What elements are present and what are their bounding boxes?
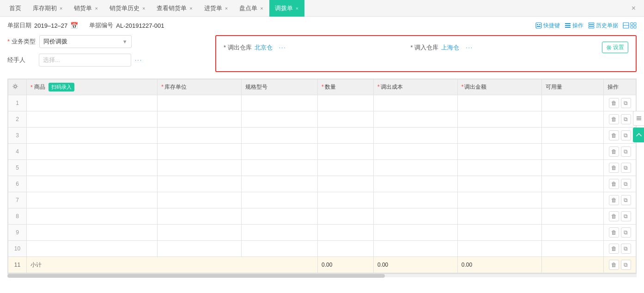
cell-cost-1[interactable]: [373, 95, 457, 111]
row-delete-button-9[interactable]: 🗑: [609, 227, 619, 238]
cell-unit-2[interactable]: [158, 111, 242, 128]
th-gear[interactable]: [8, 79, 27, 95]
cell-unit-3[interactable]: [158, 128, 242, 144]
cell-available-8[interactable]: [541, 208, 603, 225]
cell-product-10[interactable]: [27, 241, 158, 257]
cell-amount-10[interactable]: [457, 241, 541, 257]
row-copy-button-2[interactable]: ⧉: [621, 114, 631, 124]
cell-unit-4[interactable]: [158, 144, 242, 160]
warehouse-in-more-button[interactable]: ···: [466, 44, 473, 51]
cell-cost-3[interactable]: [373, 128, 457, 144]
cell-amount-1[interactable]: [457, 95, 541, 111]
row-delete-button-7[interactable]: 🗑: [609, 195, 619, 205]
tab-close-purchase[interactable]: ×: [225, 6, 228, 11]
cell-spec-8[interactable]: [242, 208, 318, 225]
cell-available-1[interactable]: [541, 95, 603, 111]
cell-product-8[interactable]: [27, 208, 158, 225]
business-type-select[interactable]: 同价调拨 ▼: [39, 35, 132, 48]
cell-spec-10[interactable]: [242, 241, 318, 257]
cell-product-7[interactable]: [27, 192, 158, 208]
tab-purchase[interactable]: 进货单 ×: [199, 0, 234, 17]
tab-inventory-init[interactable]: 库存期初 ×: [27, 0, 68, 17]
row-delete-button-3[interactable]: 🗑: [609, 130, 619, 140]
cell-cost-5[interactable]: [373, 160, 457, 176]
close-all-tabs-button[interactable]: ×: [627, 4, 640, 12]
cell-available-4[interactable]: [541, 144, 603, 160]
row-delete-button-10[interactable]: 🗑: [609, 244, 619, 254]
history-button[interactable]: 历史单据: [588, 22, 618, 30]
tab-home[interactable]: 首页: [4, 0, 27, 17]
calendar-icon[interactable]: 📅: [70, 22, 78, 29]
cell-unit-6[interactable]: [158, 176, 242, 192]
cell-available-9[interactable]: [541, 225, 603, 241]
row-copy-button-1[interactable]: ⧉: [621, 98, 631, 108]
cell-cost-9[interactable]: [373, 225, 457, 241]
cell-unit-1[interactable]: [158, 95, 242, 111]
handler-more-button[interactable]: ···: [135, 57, 142, 63]
side-expand-button[interactable]: [633, 128, 644, 142]
cell-qty-2[interactable]: [317, 111, 373, 128]
cell-qty-3[interactable]: [317, 128, 373, 144]
row-copy-button-7[interactable]: ⧉: [621, 195, 631, 205]
tab-close-sales-history[interactable]: ×: [142, 6, 145, 11]
cell-amount-9[interactable]: [457, 225, 541, 241]
cell-cost-4[interactable]: [373, 144, 457, 160]
cell-qty-5[interactable]: [317, 160, 373, 176]
cell-amount-3[interactable]: [457, 128, 541, 144]
cell-qty-4[interactable]: [317, 144, 373, 160]
warehouse-settings-button[interactable]: 设置: [602, 42, 628, 53]
shortcut-button[interactable]: 快捷键: [535, 22, 560, 30]
cell-available-7[interactable]: [541, 192, 603, 208]
tab-close-transfer[interactable]: ×: [296, 6, 298, 11]
cell-amount-8[interactable]: [457, 208, 541, 225]
cell-product-9[interactable]: [27, 225, 158, 241]
tab-sales-order[interactable]: 销货单 ×: [68, 0, 103, 17]
row-delete-button-8[interactable]: 🗑: [609, 211, 619, 221]
row-copy-button-6[interactable]: ⧉: [621, 179, 631, 189]
tab-transfer[interactable]: 调拨单 ×: [269, 0, 304, 17]
scrollbar-thumb[interactable]: [7, 274, 385, 278]
side-list-button[interactable]: [633, 111, 644, 126]
cell-unit-10[interactable]: [158, 241, 242, 257]
row-delete-button-4[interactable]: 🗑: [609, 146, 619, 157]
tab-sales-history[interactable]: 销货单历史 ×: [104, 0, 151, 17]
cell-qty-10[interactable]: [317, 241, 373, 257]
cell-cost-6[interactable]: [373, 176, 457, 192]
cell-spec-6[interactable]: [242, 176, 318, 192]
cell-product-3[interactable]: [27, 128, 158, 144]
warehouse-out-more-button[interactable]: ···: [279, 44, 286, 51]
row-copy-button-4[interactable]: ⧉: [621, 146, 631, 157]
row-copy-button-5[interactable]: ⧉: [621, 163, 631, 173]
cell-spec-5[interactable]: [242, 160, 318, 176]
operations-button[interactable]: 操作: [565, 22, 583, 30]
cell-spec-1[interactable]: [242, 95, 318, 111]
row-delete-button-1[interactable]: 🗑: [609, 98, 619, 108]
cell-cost-2[interactable]: [373, 111, 457, 128]
cell-available-3[interactable]: [541, 128, 603, 144]
row-delete-button-5[interactable]: 🗑: [609, 163, 619, 173]
cell-available-5[interactable]: [541, 160, 603, 176]
cell-product-6[interactable]: [27, 176, 158, 192]
layout-toggle-button[interactable]: [623, 22, 637, 29]
cell-amount-7[interactable]: [457, 192, 541, 208]
cell-unit-8[interactable]: [158, 208, 242, 225]
cell-available-2[interactable]: [541, 111, 603, 128]
horizontal-scrollbar[interactable]: [7, 274, 637, 277]
cell-product-5[interactable]: [27, 160, 158, 176]
tab-close-view-sales[interactable]: ×: [189, 6, 192, 11]
cell-product-2[interactable]: [27, 111, 158, 128]
cell-amount-5[interactable]: [457, 160, 541, 176]
row-delete-button-2[interactable]: 🗑: [609, 114, 619, 124]
cell-qty-1[interactable]: [317, 95, 373, 111]
cell-spec-3[interactable]: [242, 128, 318, 144]
cell-spec-4[interactable]: [242, 144, 318, 160]
cell-spec-7[interactable]: [242, 192, 318, 208]
cell-qty-7[interactable]: [317, 192, 373, 208]
tab-view-sales[interactable]: 查看销货单 ×: [151, 0, 198, 17]
cell-qty-9[interactable]: [317, 225, 373, 241]
cell-spec-2[interactable]: [242, 111, 318, 128]
cell-available-6[interactable]: [541, 176, 603, 192]
cell-qty-8[interactable]: [317, 208, 373, 225]
cell-amount-6[interactable]: [457, 176, 541, 192]
tab-close-sales-order[interactable]: ×: [95, 6, 97, 11]
